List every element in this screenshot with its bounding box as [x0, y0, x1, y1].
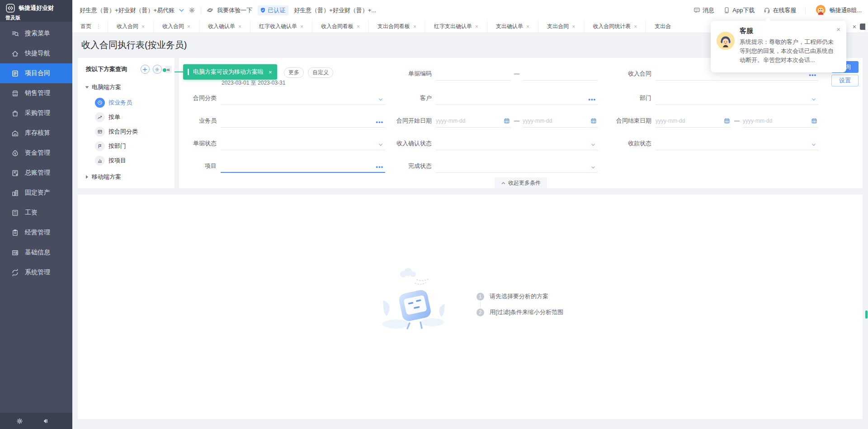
calendar-icon[interactable] [811, 118, 817, 124]
online-service-button[interactable]: 在线客服 [764, 6, 796, 14]
pill-custom[interactable]: 自定义 [308, 67, 333, 78]
tab-income-contract-stats[interactable]: 收入合同统计表× [584, 20, 646, 33]
collapse-panel-button[interactable]: « [165, 66, 172, 73]
product-combo-secondary[interactable]: 好生意（普）+好业财（普）+... [294, 6, 376, 14]
income-confirm-status-select[interactable] [436, 137, 598, 150]
bill-code-to-input[interactable] [524, 72, 596, 78]
tab-close-icon[interactable]: × [357, 24, 360, 29]
tab-close-icon[interactable]: × [300, 24, 303, 29]
tab-expense-contract-board[interactable]: 支出合同看板× [368, 20, 425, 33]
income-contract-input[interactable] [656, 72, 809, 78]
tab-income-contract-board[interactable]: 收入合同看板× [312, 20, 368, 33]
chevron-down-icon[interactable] [378, 97, 383, 102]
contract-start-from-input[interactable] [436, 118, 502, 124]
tab-red-expense-confirm[interactable]: 红字支出确认单× [425, 20, 487, 33]
chevron-down-icon[interactable] [378, 142, 383, 148]
tab-income-contract-2[interactable]: 收入合同× [153, 20, 199, 33]
certified-badge[interactable]: 已认证 [258, 5, 288, 15]
tab-income-contract[interactable]: 收入合同× [108, 20, 153, 33]
bill-code-from-field[interactable] [436, 67, 511, 81]
chevron-down-icon[interactable] [590, 165, 596, 170]
sidebar-item-system-mgmt[interactable]: 系统管理 [0, 262, 72, 282]
contract-category-select[interactable] [221, 91, 385, 105]
tab-close-icon[interactable]: × [572, 24, 575, 29]
tree-group-mobile[interactable]: 移动端方案 [86, 171, 175, 183]
gear-icon[interactable] [189, 7, 195, 14]
chevron-down-icon[interactable] [811, 142, 816, 148]
sidebar-item-base-info[interactable]: 基础信息 [0, 243, 72, 262]
chevron-down-icon[interactable] [811, 97, 816, 102]
sidebar-item-inventory-accounting[interactable]: 库存核算 [0, 123, 72, 143]
sidebar-item-project-contract[interactable]: 项目合同 [0, 63, 72, 83]
bill-code-from-input[interactable] [437, 72, 509, 78]
receive-status-select[interactable] [656, 137, 818, 150]
sidebar-item-operation-mgmt[interactable]: 经营管理 [0, 223, 72, 243]
project-field[interactable]: ••• [221, 159, 385, 173]
customer-field[interactable]: ••• [436, 91, 598, 105]
tree-item-by-project[interactable]: 按项目 [95, 156, 175, 166]
calendar-icon[interactable] [504, 118, 510, 124]
chevron-down-icon[interactable] [590, 142, 596, 148]
ellipsis-picker-icon[interactable]: ••• [376, 119, 383, 125]
tab-close-icon[interactable]: × [142, 24, 145, 29]
edge-scroll-handle[interactable] [865, 310, 868, 319]
contract-start-to-field[interactable] [523, 114, 598, 128]
tab-home[interactable]: 首页 ⋮ [72, 20, 108, 33]
tab-close-icon[interactable]: × [475, 24, 478, 29]
sidebar-item-purchase-mgmt[interactable]: 采购管理 [0, 103, 72, 123]
bill-status-select[interactable] [221, 137, 385, 150]
receive-status-input[interactable] [656, 141, 811, 148]
department-input[interactable] [656, 96, 811, 102]
settings-button[interactable]: 设置 [831, 75, 859, 86]
tab-income-confirm[interactable]: 收入确认单× [199, 20, 250, 33]
sidebar-item-general-ledger[interactable]: 总账管理 [0, 163, 72, 183]
ellipsis-picker-icon[interactable]: ••• [809, 72, 816, 78]
contract-end-to-input[interactable] [743, 118, 810, 124]
tree-group-pc[interactable]: 电脑端方案 [86, 81, 175, 93]
finish-status-input[interactable] [437, 164, 590, 170]
bill-code-to-field[interactable] [523, 67, 598, 81]
tab-close-icon[interactable]: × [187, 24, 190, 29]
tab-close-all-icon[interactable]: × [853, 23, 856, 30]
sidebar-item-sales-mgmt[interactable]: 销售管理 [0, 83, 72, 103]
tab-expense-confirm[interactable]: 支出确认单× [487, 20, 538, 33]
sidebar-item-funds-mgmt[interactable]: 资金管理 [0, 143, 72, 163]
salesman-input[interactable] [222, 119, 376, 125]
sidebar-item-fixed-assets[interactable]: 固定资产 [0, 183, 72, 203]
income-confirm-status-input[interactable] [437, 141, 590, 148]
scheme-settings-button[interactable] [153, 65, 162, 74]
tab-list-corner-icon[interactable] [860, 24, 865, 30]
ellipsis-picker-icon[interactable]: ••• [588, 96, 596, 102]
try-experience-button[interactable]: 我要体验一下 [207, 6, 252, 14]
tab-close-icon[interactable]: × [634, 24, 637, 29]
tree-item-by-salesman[interactable]: 按业务员 [95, 98, 175, 108]
tree-item-by-bill[interactable]: 按单 [95, 112, 175, 122]
collapse-conditions-button[interactable]: 收起更多条件 [495, 177, 547, 188]
tab-expense-contract[interactable]: 支出合同× [538, 20, 584, 33]
ellipsis-picker-icon[interactable]: ••• [376, 164, 383, 170]
sidebar-item-search-menu[interactable]: 搜索菜单 [0, 24, 72, 43]
salesman-field[interactable]: ••• [221, 114, 385, 128]
popup-close-icon[interactable]: × [836, 26, 840, 33]
tab-close-icon[interactable]: × [413, 24, 416, 29]
contract-start-to-input[interactable] [523, 118, 589, 124]
tab-close-icon[interactable]: × [526, 24, 529, 29]
calendar-icon[interactable] [724, 118, 730, 124]
tree-item-by-contract-category[interactable]: 按合同分类 [95, 127, 175, 137]
tooltip-close-icon[interactable]: × [269, 69, 272, 76]
app-download-button[interactable]: App下载 [723, 6, 755, 14]
pill-more[interactable]: 更多 [284, 67, 304, 78]
settings-gear-icon[interactable] [16, 418, 23, 424]
project-input[interactable] [222, 163, 376, 170]
finish-status-select[interactable] [436, 159, 598, 173]
customer-input[interactable] [437, 96, 588, 102]
bill-status-input[interactable] [222, 141, 378, 148]
collapse-sidebar-icon[interactable] [42, 418, 49, 424]
tab-list-dots-icon[interactable]: ⋮ [96, 24, 101, 30]
contract-end-from-field[interactable] [656, 114, 731, 128]
sidebar-item-quick-nav[interactable]: 快捷导航 [0, 43, 72, 63]
contract-category-input[interactable] [222, 96, 378, 102]
contract-end-from-input[interactable] [656, 118, 722, 124]
sidebar-item-payroll[interactable]: 工资 [0, 203, 72, 223]
tab-close-icon[interactable]: × [238, 24, 241, 29]
